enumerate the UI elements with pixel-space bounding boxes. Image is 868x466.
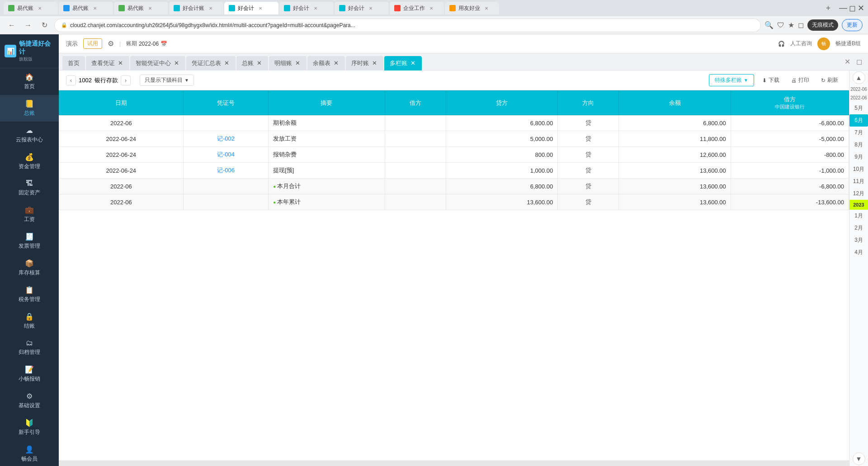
window-icon[interactable]: ◻	[798, 21, 804, 29]
sidebar-item-basic-settings[interactable]: ⚙ 基础设置	[0, 387, 59, 414]
timeline-month-6月[interactable]: 6月	[849, 114, 868, 127]
app-title: 畅捷通好会计	[19, 40, 54, 56]
page-tab-home[interactable]: 首页	[62, 56, 85, 71]
close-window-icon[interactable]: ✕	[858, 3, 864, 13]
sidebar-item-inventory[interactable]: 📦 库存核算	[0, 254, 59, 281]
page-tab-multi-col[interactable]: 多栏账✕	[384, 56, 422, 71]
page-tab-smart-voucher[interactable]: 智能凭证中心✕	[130, 56, 185, 71]
download-button[interactable]: ⬇ 下载	[759, 75, 783, 86]
sidebar-item-fixed-assets[interactable]: 🏗 固定资产	[0, 175, 59, 201]
settings-icon[interactable]: ⚙	[108, 39, 114, 48]
tab-label-voucher-summary: 凭证汇总表	[192, 59, 221, 67]
print-button[interactable]: 🖨 打印	[788, 75, 813, 86]
tab-close-icon[interactable]: ✕	[148, 6, 152, 11]
tab-close-icon[interactable]: ✕	[314, 6, 317, 11]
forward-button[interactable]: →	[22, 19, 34, 32]
page-tab-close-smart-voucher[interactable]: ✕	[173, 60, 180, 67]
tab-close-icon[interactable]: ✕	[429, 6, 433, 11]
browser-tab-2[interactable]: 易代账 ✕	[59, 2, 113, 14]
horizontal-scrollbar[interactable]	[59, 461, 849, 466]
tab-close-icon[interactable]: ✕	[209, 6, 212, 11]
cell-debit	[385, 194, 446, 210]
browser-tab-3[interactable]: 易代账 ✕	[114, 2, 168, 14]
consult-label[interactable]: 人工咨询	[790, 40, 812, 47]
sidebar-item-home[interactable]: 🏠 首页	[0, 68, 59, 95]
browser-tab-6[interactable]: 好会计 ✕	[279, 2, 334, 14]
timeline-month-2023-4月[interactable]: 4月	[849, 246, 868, 259]
next-subject-button[interactable]: ›	[121, 75, 131, 85]
close-tab-icon[interactable]: ✕	[842, 56, 853, 67]
star-icon[interactable]: ★	[788, 21, 794, 29]
sidebar-item-new-guide[interactable]: 🔰 新手引导	[0, 414, 59, 441]
restore-icon[interactable]: ◻	[849, 3, 856, 13]
sidebar-item-payroll[interactable]: 💼 工资	[0, 201, 59, 228]
page-tab-close-voucher-summary[interactable]: ✕	[223, 60, 230, 67]
page-tab-close-multi-col[interactable]: ✕	[409, 60, 416, 67]
search-icon[interactable]: 🔍	[764, 21, 774, 29]
shield-icon[interactable]: 🛡	[777, 21, 784, 29]
page-tab-general-ledger[interactable]: 总账✕	[236, 56, 268, 71]
tab-close-icon[interactable]: ✕	[485, 6, 488, 11]
timeline-scroll-up[interactable]: ▲	[853, 71, 865, 84]
sidebar-icon-archive-mgmt: 🗂	[26, 339, 33, 347]
browser-tab-5[interactable]: 好会计 ✕	[224, 2, 278, 14]
browser-tab-8[interactable]: 企业工作 ✕	[390, 2, 444, 14]
page-tab-voucher-summary[interactable]: 凭证汇总表✕	[186, 56, 236, 71]
no-trace-button[interactable]: 无痕模式	[807, 19, 838, 31]
sidebar-item-member[interactable]: 👤 畅会员	[0, 441, 59, 466]
page-tab-journal[interactable]: 序时账✕	[346, 56, 383, 71]
new-tab-button[interactable]: +	[822, 2, 835, 14]
timeline-month-2023-1月[interactable]: 1月	[849, 210, 868, 222]
timeline-month-2023-2月[interactable]: 2月	[849, 222, 868, 234]
browser-tab-9[interactable]: 用友好业 ✕	[445, 2, 499, 14]
refresh-button[interactable]: ↻	[38, 19, 51, 32]
timeline-month-8月[interactable]: 8月	[849, 139, 868, 151]
prev-subject-button[interactable]: ‹	[66, 75, 76, 85]
voucher-link[interactable]: 记-004	[217, 151, 235, 158]
timeline-month-9月[interactable]: 9月	[849, 151, 868, 163]
sidebar-item-general-ledger[interactable]: 📒 总账	[0, 95, 59, 122]
browser-tab-7[interactable]: 好会计 ✕	[335, 2, 389, 14]
sidebar-item-fund-mgmt[interactable]: 💰 资金管理	[0, 148, 59, 175]
page-tab-close-voucher-view[interactable]: ✕	[117, 60, 124, 67]
page-tab-balance-sheet[interactable]: 余额表✕	[307, 56, 345, 71]
refresh-button[interactable]: ↻ 刷新	[817, 75, 842, 86]
sidebar-item-invoice-mgmt[interactable]: 🧾 发票管理	[0, 228, 59, 254]
filter-button[interactable]: 只显示下级科目 ▼	[140, 75, 194, 86]
timeline-month-5月[interactable]: 5月	[849, 102, 868, 114]
sidebar-item-tax-mgmt[interactable]: 📋 税务管理	[0, 281, 59, 308]
calendar-icon[interactable]: 📅	[160, 41, 167, 47]
timeline-month-2023-3月[interactable]: 3月	[849, 234, 868, 246]
sidebar-item-archive-mgmt[interactable]: 🗂 归档管理	[0, 334, 59, 361]
voucher-link[interactable]: 记-006	[217, 167, 235, 174]
timeline-month-12月[interactable]: 12月	[849, 188, 868, 200]
page-tab-close-balance-sheet[interactable]: ✕	[332, 60, 340, 67]
update-button[interactable]: 更新	[842, 19, 863, 31]
page-tab-detail-ledger[interactable]: 明细账✕	[269, 56, 307, 71]
sidebar-item-cloud-report[interactable]: ☁ 云报表中心	[0, 122, 59, 148]
timeline-month-7月[interactable]: 7月	[849, 127, 868, 139]
cell-credit: 800.00	[446, 147, 558, 163]
tab-close-icon[interactable]: ✕	[259, 6, 262, 11]
expand-icon[interactable]: ◻	[854, 56, 864, 67]
timeline-scroll-down[interactable]: ▼	[853, 452, 865, 465]
timeline-month-11月[interactable]: 11月	[849, 175, 868, 188]
timeline-month-10月[interactable]: 10月	[849, 163, 868, 175]
tab-close-icon[interactable]: ✕	[93, 6, 97, 11]
voucher-link[interactable]: 记-002	[217, 135, 235, 142]
sidebar-item-close-accounts[interactable]: 🔒 结账	[0, 308, 59, 334]
page-tab-close-journal[interactable]: ✕	[371, 60, 378, 67]
browser-tab-4[interactable]: 好会计账 ✕	[169, 2, 223, 14]
address-bar[interactable]: 🔒 cloud2.chanjet.com/accounting/uh26t264…	[54, 19, 761, 32]
multi-col-button[interactable]: 特殊多栏账 ▼	[709, 74, 754, 86]
page-tab-voucher-view[interactable]: 查看凭证✕	[86, 56, 129, 71]
trial-badge: 试用	[83, 38, 102, 49]
page-tab-close-detail-ledger[interactable]: ✕	[294, 60, 301, 67]
back-button[interactable]: ←	[5, 19, 18, 32]
minimize-icon[interactable]: —	[839, 3, 847, 13]
sidebar-item-expense-report[interactable]: 📝 小畅报销	[0, 361, 59, 387]
tab-close-icon[interactable]: ✕	[369, 6, 373, 11]
page-tab-close-general-ledger[interactable]: ✕	[255, 60, 263, 67]
tab-close-icon[interactable]: ✕	[38, 6, 42, 11]
browser-tab-1[interactable]: 易代账 ✕	[4, 2, 58, 14]
